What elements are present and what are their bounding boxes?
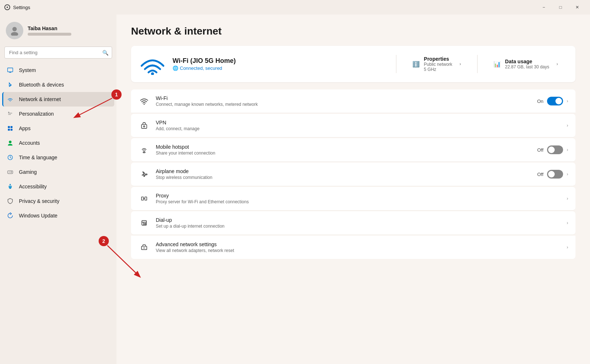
settings-window-icon: [4, 4, 10, 10]
accessibility-icon: [7, 183, 14, 190]
sidebar-item-label-bluetooth: Bluetooth & devices: [19, 82, 64, 88]
sidebar-item-network[interactable]: Network & internet: [2, 92, 114, 107]
window-title: Settings: [13, 5, 535, 10]
advanced-setting-text: Advanced network settings View all netwo…: [156, 241, 561, 253]
search-icon: 🔍: [102, 50, 108, 56]
svg-point-34: [144, 223, 146, 225]
privacy-icon: [7, 197, 14, 205]
minimize-button[interactable]: −: [535, 1, 552, 13]
svg-point-23: [144, 104, 145, 105]
svg-point-13: [9, 141, 11, 143]
wifi-toggle[interactable]: [547, 97, 563, 105]
svg-point-1: [12, 27, 17, 31]
svg-rect-28: [142, 197, 143, 200]
sidebar-item-accounts[interactable]: Accounts: [2, 136, 114, 150]
sidebar-item-label-gaming: Gaming: [19, 169, 37, 175]
vpn-setting-row[interactable]: VPN Add, connect, manage ›: [131, 114, 575, 137]
advanced-setting-icon: [138, 241, 150, 253]
wifi-hero-card[interactable]: Wi-Fi (JIO 5G Home) 🌐 Connected, secured…: [131, 46, 575, 82]
sidebar: Taiba Hasan 🔍 System: [0, 15, 116, 364]
data-usage-icon: 📊: [494, 61, 501, 68]
avatar: [6, 22, 23, 39]
sidebar-item-label-accessibility: Accessibility: [19, 184, 47, 189]
hotspot-toggle-knob: [548, 147, 555, 153]
airplane-toggle[interactable]: [547, 170, 563, 179]
maximize-button[interactable]: □: [552, 1, 569, 13]
sidebar-item-label-privacy: Privacy & security: [19, 198, 59, 204]
sidebar-item-time[interactable]: Time & language: [2, 150, 114, 165]
content-area: Network & internet Wi-Fi (JIO 5G Home) 🌐…: [116, 15, 590, 364]
titlebar: Settings − □ ✕: [0, 0, 590, 15]
wifi-setting-row[interactable]: Wi-Fi Connect, manage known networks, me…: [131, 89, 575, 113]
wifi-hero-info: Wi-Fi (JIO 5G Home) 🌐 Connected, secured: [173, 57, 389, 71]
time-icon: [7, 154, 14, 161]
wifi-status: 🌐 Connected, secured: [173, 65, 389, 71]
hotspot-chevron: ›: [567, 147, 568, 152]
proxy-setting-row[interactable]: Proxy Proxy server for Wi-Fi and Etherne…: [131, 187, 575, 211]
wifi-setting-right: On ›: [537, 97, 568, 105]
sidebar-item-apps[interactable]: Apps: [2, 121, 114, 136]
svg-rect-10: [11, 126, 12, 128]
airplane-toggle-knob: [548, 171, 555, 177]
airplane-setting-row[interactable]: Airplane mode Stop wireless communicatio…: [131, 163, 575, 186]
data-usage-info: Data usage 22.87 GB, last 30 days: [505, 59, 549, 69]
user-name: Taiba Hasan: [28, 25, 71, 31]
proxy-chevron: ›: [567, 196, 568, 201]
sidebar-item-personalization[interactable]: Personalization: [2, 107, 114, 121]
user-sub-bar: [28, 33, 71, 36]
sidebar-item-label-personalization: Personalization: [19, 111, 54, 117]
properties-icon: ℹ️: [412, 61, 420, 68]
wifi-chevron: ›: [567, 99, 568, 104]
close-button[interactable]: ✕: [569, 1, 586, 13]
properties-chevron: ›: [460, 61, 461, 67]
sidebar-item-privacy[interactable]: Privacy & security: [2, 194, 114, 208]
svg-rect-27: [143, 152, 145, 153]
accounts-icon: [7, 139, 14, 147]
wifi-toggle-knob: [555, 98, 562, 104]
advanced-setting-row[interactable]: Advanced network settings View all netwo…: [131, 236, 575, 259]
dialup-setting-row[interactable]: Dial-up Set up a dial-up internet connec…: [131, 211, 575, 235]
svg-rect-29: [145, 197, 147, 200]
search-box: 🔍: [4, 47, 112, 59]
svg-rect-8: [8, 112, 9, 113]
svg-rect-11: [8, 129, 10, 131]
sidebar-item-label-time: Time & language: [19, 155, 57, 160]
hotspot-setting-row[interactable]: Mobile hotspot Share your internet conne…: [131, 138, 575, 162]
dialup-setting-icon: [138, 217, 150, 229]
proxy-setting-icon: [138, 193, 150, 204]
vpn-setting-text: VPN Add, connect, manage: [156, 120, 561, 131]
network-icon: [7, 96, 14, 103]
sidebar-nav: System Bluetooth & devices: [0, 63, 116, 223]
properties-button[interactable]: ℹ️ Properties Public network 5 GHz ›: [404, 56, 470, 72]
search-input[interactable]: [4, 47, 112, 59]
hotspot-setting-text: Mobile hotspot Share your internet conne…: [156, 144, 531, 156]
apps-icon: [7, 125, 14, 132]
svg-rect-3: [8, 68, 13, 72]
airplane-setting-icon: [138, 168, 150, 180]
user-info: Taiba Hasan: [28, 25, 71, 36]
wifi-setting-text: Wi-Fi Connect, manage known networks, me…: [156, 95, 531, 107]
sidebar-item-accessibility[interactable]: Accessibility: [2, 179, 114, 194]
sidebar-item-system[interactable]: System: [2, 63, 114, 77]
airplane-setting-right: Off ›: [537, 170, 568, 179]
wifi-setting-icon: [138, 95, 150, 107]
svg-point-2: [11, 32, 18, 36]
svg-rect-15: [8, 171, 13, 173]
svg-point-0: [7, 7, 8, 8]
proxy-setting-text: Proxy Proxy server for Wi-Fi and Etherne…: [156, 193, 561, 204]
update-icon: [7, 212, 14, 219]
advanced-setting-right: ›: [567, 245, 568, 250]
airplane-setting-text: Airplane mode Stop wireless communicatio…: [156, 168, 531, 180]
sidebar-item-label-system: System: [19, 67, 36, 73]
hotspot-toggle[interactable]: [547, 145, 563, 154]
personalization-icon: [7, 110, 14, 117]
dialup-setting-text: Dial-up Set up a dial-up internet connec…: [156, 217, 561, 229]
user-section[interactable]: Taiba Hasan: [0, 15, 116, 45]
data-usage-button[interactable]: 📊 Data usage 22.87 GB, last 30 days ›: [485, 59, 567, 69]
sidebar-item-label-network: Network & internet: [19, 96, 61, 102]
sidebar-item-update[interactable]: Windows Update: [2, 208, 114, 223]
settings-list: Wi-Fi Connect, manage known networks, me…: [131, 89, 575, 259]
proxy-setting-right: ›: [567, 196, 568, 201]
sidebar-item-gaming[interactable]: Gaming: [2, 165, 114, 179]
sidebar-item-bluetooth[interactable]: Bluetooth & devices: [2, 77, 114, 92]
